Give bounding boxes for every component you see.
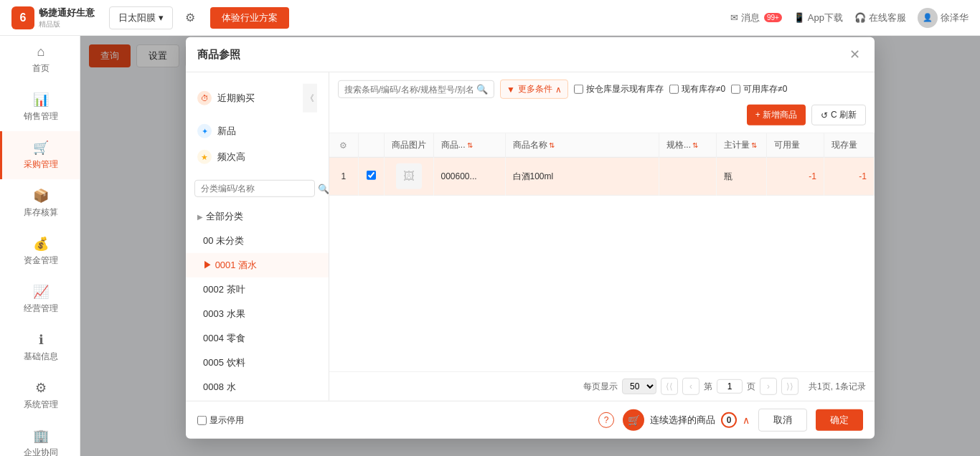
quick-filter-frequent[interactable]: ★ 频次高: [186, 144, 329, 170]
online-service-btn[interactable]: 🎧 在线客服: [854, 11, 906, 24]
app-name: 畅捷通好生意 精品版: [39, 6, 95, 29]
per-page-label: 每页显示: [583, 380, 618, 392]
avatar: 👤: [918, 8, 938, 28]
sidebar-item-label: 采购管理: [24, 158, 58, 171]
sidebar-item-finance[interactable]: 💰 资金管理: [0, 227, 80, 275]
prev-page-button[interactable]: ‹: [682, 378, 699, 395]
sidebar-item-home[interactable]: ⌂ 首页: [0, 36, 80, 83]
home-icon: ⌂: [37, 44, 45, 60]
help-button[interactable]: ?: [598, 412, 614, 428]
available-nonzero-checkbox[interactable]: [731, 85, 740, 94]
column-spec[interactable]: 规格...⇅: [659, 133, 717, 158]
last-page-button[interactable]: ⟩⟩: [781, 378, 798, 395]
category-item-0001[interactable]: ▶ 0001 酒水: [186, 253, 329, 277]
search-icon[interactable]: 🔍: [318, 183, 329, 194]
cart-info: 🛒 连续选择的商品 0 ∧: [623, 409, 750, 431]
sidebar-item-label: 经营管理: [24, 303, 58, 315]
product-reference-modal: 商品参照 ✕ ⏱ 近期购买 《 ✦ 新品: [186, 37, 875, 439]
sidebar-item-operations[interactable]: 📈 经营管理: [0, 275, 80, 323]
sidebar-item-purchase[interactable]: 🛒 采购管理: [0, 131, 80, 179]
first-page-button[interactable]: ⟨⟨: [661, 378, 678, 395]
search-icon[interactable]: 🔍: [476, 84, 488, 95]
sidebar-item-inventory[interactable]: 📦 库存核算: [0, 179, 80, 227]
product-table-wrap: ⚙ 商品图片 商品...⇅ 商品名称⇅: [329, 133, 875, 371]
page-number-input[interactable]: [717, 379, 743, 394]
refresh-table-button[interactable]: ↺ C 刷新: [811, 105, 866, 125]
sidebar-item-basic-info[interactable]: ℹ 基础信息: [0, 323, 80, 371]
product-spec-cell: [659, 157, 717, 195]
modal-close-button[interactable]: ✕: [846, 46, 863, 63]
system-icon: ⚙: [35, 380, 47, 396]
product-image-cell: 🖼: [384, 157, 433, 195]
sales-icon: 📊: [33, 92, 49, 108]
filter-icon: ▼: [507, 84, 515, 94]
message-icon: ✉: [730, 12, 738, 23]
product-stock-cell: -1: [824, 157, 875, 195]
column-code[interactable]: 商品...⇅: [433, 133, 505, 158]
finance-icon: 💰: [33, 236, 49, 252]
cart-collapse-arrow[interactable]: ∧: [743, 414, 750, 426]
sidebar-item-label: 库存核算: [24, 206, 58, 219]
user-profile-btn[interactable]: 👤 徐泽华: [918, 8, 969, 28]
per-page-select[interactable]: 50: [622, 379, 656, 394]
content-area: 查询 设置 刷新 商品参照 ✕ ⏱ 近期购买: [80, 36, 980, 456]
refresh-icon: ↺: [821, 110, 828, 120]
confirm-button[interactable]: 确定: [816, 409, 863, 431]
quick-filter-new[interactable]: ✦ 新品: [186, 118, 329, 144]
warehouse-display-checkbox[interactable]: [574, 85, 583, 94]
row-checkbox[interactable]: [358, 157, 384, 195]
checkbox-stock-nonzero: 现有库存≠0: [669, 83, 725, 95]
category-search-input[interactable]: [194, 180, 315, 197]
column-name[interactable]: 商品名称⇅: [505, 133, 659, 158]
product-table: ⚙ 商品图片 商品...⇅ 商品名称⇅: [329, 133, 875, 196]
purchase-icon: 🛒: [33, 140, 49, 156]
nav-right: ✉ 消息 99+ 📱 App下载 🎧 在线客服 👤 徐泽华: [730, 8, 969, 28]
category-item-0008[interactable]: 0008 水: [186, 375, 329, 399]
show-disabled-label: 显示停用: [209, 414, 244, 426]
show-disabled-checkbox[interactable]: [197, 415, 207, 424]
column-available[interactable]: 可用量: [767, 133, 824, 158]
next-page-button[interactable]: ›: [760, 378, 777, 395]
sidebar-item-sales[interactable]: 📊 销售管理: [0, 83, 80, 131]
nav-dropdown[interactable]: 日太阳膜 ▾: [109, 6, 173, 29]
star-icon: ★: [197, 150, 212, 164]
page-total: 共1页, 1条记录: [809, 380, 866, 392]
category-item-0005[interactable]: 0005 饮料: [186, 351, 329, 375]
category-item-0003[interactable]: 0003 水果: [186, 302, 329, 326]
modal-right-panel: 🔍 ▼ 更多条件 ∧ 按仓库显示现有库存: [329, 72, 875, 401]
trial-button[interactable]: 体验行业方案: [210, 7, 289, 29]
sidebar-item-enterprise[interactable]: 🏢 企业协同: [0, 419, 80, 456]
product-search-input[interactable]: [344, 84, 473, 94]
category-item-0004[interactable]: 0004 零食: [186, 326, 329, 351]
sidebar-item-label: 系统管理: [24, 399, 58, 411]
messages-btn[interactable]: ✉ 消息 99+: [730, 11, 782, 24]
quick-filter-recent[interactable]: ⏱ 近期购买 《: [186, 78, 329, 118]
category-all[interactable]: ▶ 全部分类: [186, 204, 329, 229]
app-download-btn[interactable]: 📱 App下载: [793, 11, 843, 24]
modal-body: ⏱ 近期购买 《 ✦ 新品 ★ 频次高 🔍: [186, 72, 875, 401]
show-disabled-group: 显示停用: [197, 414, 244, 426]
table-row[interactable]: 1 🖼 000600...: [329, 157, 875, 195]
stock-nonzero-label: 现有库存≠0: [682, 83, 725, 95]
add-product-button[interactable]: + 新增商品: [747, 105, 806, 125]
cart-count: 0: [721, 412, 737, 428]
page-label-text: 第: [704, 380, 712, 392]
column-settings[interactable]: ⚙: [329, 133, 358, 158]
column-select: [358, 133, 384, 158]
cancel-button[interactable]: 取消: [758, 409, 807, 432]
category-item-00[interactable]: 00 未分类: [186, 229, 329, 253]
product-thumbnail: 🖼: [396, 163, 422, 189]
category-item-0002[interactable]: 0002 茶叶: [186, 277, 329, 302]
column-stock[interactable]: 现存量: [824, 133, 875, 158]
modal-toolbar: 🔍 ▼ 更多条件 ∧ 按仓库显示现有库存: [329, 72, 875, 133]
gear-button[interactable]: ⚙: [179, 6, 202, 29]
more-filter-button[interactable]: ▼ 更多条件 ∧: [500, 80, 568, 99]
logo-area: 6 畅捷通好生意 精品版: [11, 6, 98, 29]
stock-nonzero-checkbox[interactable]: [669, 85, 679, 94]
clock-icon: ⏱: [197, 91, 212, 105]
sidebar-item-system[interactable]: ⚙ 系统管理: [0, 371, 80, 419]
chevron-up-icon: ∧: [555, 84, 562, 94]
collapse-button[interactable]: 《: [303, 84, 317, 113]
column-unit[interactable]: 主计量⇅: [717, 133, 767, 158]
checkbox-available-nonzero: 可用库存≠0: [731, 83, 787, 95]
